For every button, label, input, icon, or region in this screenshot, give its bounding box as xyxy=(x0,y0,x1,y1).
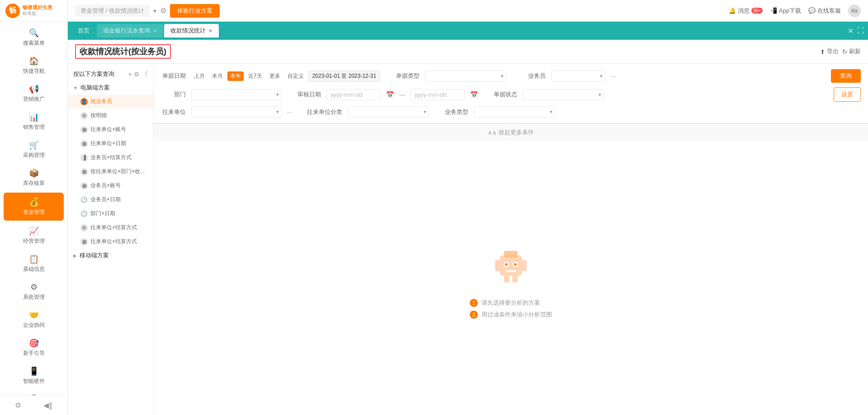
staff-date-icon: 🕐 xyxy=(80,196,88,203)
dept-select[interactable] xyxy=(191,89,282,100)
doc-status-select[interactable] xyxy=(523,89,604,100)
svg-point-5 xyxy=(514,263,517,266)
audit-date-to[interactable] xyxy=(410,89,465,100)
scheme-item-staff-date[interactable]: 🕐 业务员+日期 xyxy=(68,193,153,207)
tab-collection-label: 收款情况统计 xyxy=(170,27,206,35)
scheme-item-partner-date[interactable]: ▦ 往来单位+日期 xyxy=(68,137,153,151)
trial-button[interactable]: 体验行业方案 xyxy=(170,4,220,18)
sidebar-item-hardware[interactable]: 📱 智能硬件 xyxy=(0,362,67,390)
scheme-item-label: 按明细 xyxy=(90,112,107,119)
refresh-button[interactable]: ↻ 刷新 xyxy=(842,47,861,56)
sidebar-item-search[interactable]: 🔍 搜索菜单 xyxy=(0,24,67,52)
scheme-item-partner-settlement2[interactable]: ▦ 往来单位+结算方式 xyxy=(68,235,153,249)
user-avatar[interactable]: Rit xyxy=(848,5,861,17)
staff-more-btn[interactable]: ··· xyxy=(611,72,616,80)
sidebar-item-guide[interactable]: 🎯 新手引导 xyxy=(0,334,67,362)
sidebar-item-purchase[interactable]: 🛒 采购管理 xyxy=(0,136,67,164)
svg-rect-8 xyxy=(522,260,527,271)
scheme-item-partner-dept[interactable]: ▦ 按往来单位+部门+收... xyxy=(68,165,153,179)
settings-button[interactable]: 设置 xyxy=(834,87,861,102)
top-header: 资金管理 / 收款情况统计 ▾ ⚙ 体验行业方案 🔔 消息 99+ 📲 App下… xyxy=(68,0,868,22)
date-from: 2023-01-01 xyxy=(312,73,340,79)
header-right: 🔔 消息 99+ 📲 App下载 💬 在线客服 Rit xyxy=(729,5,861,17)
tab-collection[interactable]: 收款情况统计 ✕ xyxy=(164,24,219,38)
date-label: 单据日期 xyxy=(161,72,186,80)
scheme-item-label: 往来单位+结算方式 xyxy=(90,224,137,231)
empty-area: 1 请先选择要分析的方案 2 用过滤条件来缩小分析范围 xyxy=(154,141,868,415)
audit-date-from-calendar[interactable]: 📅 xyxy=(386,91,394,98)
biz-type-select[interactable] xyxy=(474,106,555,118)
date-btn-custom[interactable]: 自定义 xyxy=(285,71,307,81)
sidebar-item-system[interactable]: ⚙ 系统管理 xyxy=(0,278,67,306)
scheme-item-partner-settlement1[interactable]: ⊞ 往来单位+结算方式 xyxy=(68,221,153,235)
collapse-panel-btn[interactable]: 《 xyxy=(142,70,148,78)
sidebar-item-label: 营销推广 xyxy=(23,95,45,103)
collapse-bar[interactable]: ∧∧ 收起更多条件 xyxy=(154,123,868,141)
tab-bank-close[interactable]: ✕ xyxy=(153,28,157,34)
sidebar-item-sales[interactable]: 📊 销售管理 xyxy=(0,108,67,136)
sidebar-item-finance[interactable]: 💰 资金管理 xyxy=(4,193,64,221)
sidebar-item-basic[interactable]: 📋 基础信息 xyxy=(0,250,67,278)
mobile-group-header[interactable]: ▶ 移动端方案 xyxy=(68,249,153,262)
sales-icon: 📊 xyxy=(29,112,39,122)
empty-robot-illustration xyxy=(484,237,538,292)
sidebar-item-label: 采购管理 xyxy=(23,151,45,159)
sidebar-item-marketing[interactable]: 📢 营销推广 xyxy=(0,80,67,108)
header-dropdown-btn[interactable]: ▾ xyxy=(153,7,156,14)
tab-bank[interactable]: 现金银行流水查询 ✕ xyxy=(97,24,163,38)
breadcrumb: 资金管理 / 收款情况统计 xyxy=(75,5,150,17)
scheme-item-partner-account[interactable]: ▦ 往来单位+账号 xyxy=(68,123,153,137)
scheme-item-label: 业务员+账号 xyxy=(90,182,121,189)
date-btn-7days[interactable]: 近7天 xyxy=(245,71,265,81)
system-icon: ⚙ xyxy=(30,282,38,292)
query-button[interactable]: 查询 xyxy=(831,69,861,83)
scheme-item-by-staff[interactable]: 👤 按业务员 xyxy=(68,94,153,108)
sidebar-item-inventory[interactable]: 📦 库存核算 xyxy=(0,164,67,192)
sidebar-item-wechat[interactable]: 💬 企业微信 xyxy=(0,390,67,395)
dept-select-wrapper xyxy=(191,89,282,100)
export-button[interactable]: ⬆ 导出 xyxy=(820,47,839,56)
date-btn-last-month[interactable]: 上月 xyxy=(191,71,208,81)
scheme-item-by-detail[interactable]: ⊞ 按明细 xyxy=(68,108,153,123)
settings-bottom-icon[interactable]: ⚙ xyxy=(13,399,23,411)
partner-category-select[interactable] xyxy=(348,106,429,118)
scheme-item-dept-date[interactable]: 🕐 部门+日期 xyxy=(68,207,153,221)
staff-scheme-icon: 👤 xyxy=(80,98,88,105)
date-btn-this-year[interactable]: 本年 xyxy=(227,71,244,81)
sidebar-item-enterprise[interactable]: 🤝 企业协同 xyxy=(0,306,67,334)
robot-svg xyxy=(488,242,533,287)
tab-collection-close[interactable]: ✕ xyxy=(208,28,212,34)
tab-close-all-btn[interactable]: ✕ xyxy=(848,27,854,35)
sidebar-item-shortcut[interactable]: 🏠 快捷导航 xyxy=(0,52,67,80)
collapse-sidebar-icon[interactable]: ◀‖ xyxy=(42,399,54,411)
sidebar-item-operation[interactable]: 📈 经营管理 xyxy=(0,222,67,250)
partner-more-btn[interactable]: ··· xyxy=(287,108,292,116)
header-settings-icon[interactable]: ⚙ xyxy=(160,6,166,15)
tip-number-2: 2 xyxy=(470,311,478,319)
tab-maximize-btn[interactable]: ⛶ xyxy=(857,27,864,35)
scheme-item-staff-account[interactable]: ▦ 业务员+账号 xyxy=(68,179,153,193)
notification-btn[interactable]: 🔔 消息 99+ xyxy=(729,7,763,15)
date-btn-this-month[interactable]: 本月 xyxy=(209,71,226,81)
scheme-item-staff-settlement[interactable]: ▐ 业务员+结算方式 xyxy=(68,151,153,165)
left-panel-actions: + ⚙ 《 xyxy=(128,70,148,78)
main-content: 资金管理 / 收款情况统计 ▾ ⚙ 体验行业方案 🔔 消息 99+ 📲 App下… xyxy=(68,0,868,415)
bell-icon: 🔔 xyxy=(729,7,736,14)
partner-select[interactable] xyxy=(191,106,282,118)
tip-number-1: 1 xyxy=(470,299,478,307)
tab-home[interactable]: 首页 xyxy=(71,24,96,38)
online-service-btn[interactable]: 💬 在线客服 xyxy=(808,7,841,15)
scheme-settings-btn[interactable]: ⚙ xyxy=(134,70,140,78)
pc-group-header[interactable]: ▼ 电脑端方案 xyxy=(68,81,153,94)
filter-area: 单据日期 上月 本月 本年 近7天 更多 自定义 2023-01-01 xyxy=(154,64,868,123)
app-download-btn[interactable]: 📲 App下载 xyxy=(770,7,801,15)
add-scheme-btn[interactable]: + xyxy=(128,70,132,78)
audit-date-from[interactable] xyxy=(326,89,381,100)
doc-type-select[interactable] xyxy=(425,71,506,82)
logo-icon: 畅 xyxy=(5,4,20,18)
scheme-item-label: 按往来单位+部门+收... xyxy=(90,168,145,175)
date-btn-more[interactable]: 更多 xyxy=(267,71,283,81)
sidebar-nav: 🔍 搜索菜单 🏠 快捷导航 📢 营销推广 📊 销售管理 🛒 采购管理 📦 xyxy=(0,22,67,395)
staff-select[interactable] xyxy=(551,71,605,82)
audit-date-to-calendar[interactable]: 📅 xyxy=(470,91,478,98)
